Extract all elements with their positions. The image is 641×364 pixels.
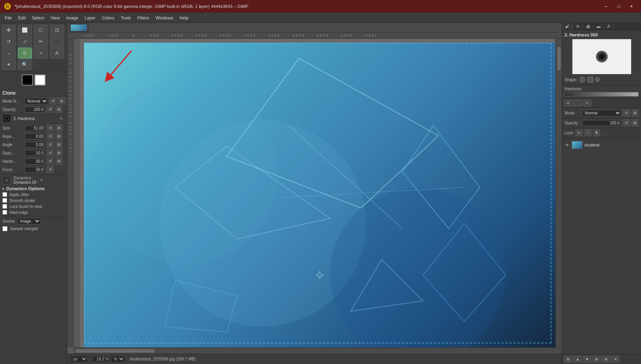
layer-lower-btn[interactable]: ▼: [583, 356, 591, 363]
canvas-container[interactable]: [80, 39, 555, 347]
layers-icon-1[interactable]: ≡: [564, 99, 572, 107]
foreground-color-swatch[interactable]: [22, 74, 33, 86]
minimize-button[interactable]: –: [601, 2, 612, 11]
shape-square-btn[interactable]: [588, 77, 593, 82]
apply-jitter-checkbox[interactable]: [2, 192, 7, 197]
smudge-icon[interactable]: ≈: [34, 48, 48, 59]
panel-tab-gradients[interactable]: ▬: [593, 23, 604, 30]
menu-item-help[interactable]: Help: [176, 15, 192, 21]
force-reset-btn[interactable]: ↺: [47, 166, 54, 173]
menu-item-layer[interactable]: Layer: [82, 15, 99, 21]
opacity-link-btn[interactable]: ⊞: [55, 106, 63, 113]
opacity-reset-btn[interactable]: ↺: [47, 106, 54, 113]
smooth-stroke-checkbox[interactable]: [2, 198, 7, 203]
lock-brush-checkbox[interactable]: [2, 204, 7, 209]
size-input[interactable]: [25, 125, 45, 131]
canvas-thumbnail-tab[interactable]: [69, 23, 89, 32]
layers-mode-select[interactable]: Normal Multiply Screen: [582, 110, 621, 116]
lock-pixel-btn[interactable]: ✏: [576, 129, 583, 136]
rectangle-select-icon[interactable]: ⬜: [18, 25, 32, 36]
sample-merged-checkbox[interactable]: [2, 226, 8, 231]
scrollbar-horizontal[interactable]: [74, 347, 562, 354]
layers-icon-2[interactable]: ⬛: [573, 99, 582, 107]
layer-visible-icon[interactable]: 👁: [565, 142, 570, 148]
spacing-link-btn[interactable]: ⊞: [55, 149, 63, 156]
spacing-input[interactable]: [25, 150, 45, 156]
aspect-link-btn[interactable]: ⊞: [55, 133, 63, 140]
menu-item-filters[interactable]: Filters: [134, 15, 153, 21]
dynamics-options-arrow[interactable]: ▶: [2, 187, 5, 191]
layers-opacity-input[interactable]: [582, 120, 621, 126]
hard-edge-checkbox[interactable]: [2, 210, 7, 215]
mode-icon-2[interactable]: ⊕: [58, 97, 65, 105]
scrollbar-thumb-vertical[interactable]: [557, 47, 561, 71]
paintbrush-icon[interactable]: ✏: [34, 36, 48, 47]
hardness-slider[interactable]: [565, 92, 639, 97]
layers-opacity-reset-btn[interactable]: ↺: [623, 119, 630, 126]
zoom-input[interactable]: [92, 356, 110, 362]
panel-tab-tool[interactable]: ⚙: [573, 23, 583, 30]
opacity-input[interactable]: [25, 107, 45, 112]
unit-select[interactable]: px mm in: [71, 356, 88, 362]
source-select[interactable]: Image Pattern: [17, 218, 41, 225]
text-icon[interactable]: A: [50, 48, 64, 59]
menu-item-image[interactable]: Image: [63, 15, 82, 21]
layers-icon-3[interactable]: ×: [583, 99, 591, 107]
sample-merged-label[interactable]: Sample merged: [10, 227, 38, 231]
spacing-reset-btn[interactable]: ↺: [47, 149, 54, 156]
aspect-reset-btn[interactable]: ↺: [47, 133, 54, 140]
rotate-icon[interactable]: ↺: [2, 36, 16, 47]
scrollbar-vertical[interactable]: [555, 39, 562, 347]
aspect-input[interactable]: [25, 133, 45, 139]
panel-tab-brush[interactable]: 🖌: [562, 23, 573, 30]
close-button[interactable]: ×: [626, 2, 637, 11]
shape-circle-btn[interactable]: [580, 77, 585, 82]
force-input[interactable]: [25, 167, 45, 173]
layer-merge-btn[interactable]: ⊗: [602, 356, 610, 363]
layer-dup-btn[interactable]: ⊕: [592, 356, 601, 363]
layer-del-btn[interactable]: ✕: [611, 356, 620, 363]
eraser-icon[interactable]: ⬛: [50, 36, 64, 47]
fill-icon[interactable]: ⬦: [2, 48, 16, 59]
apply-jitter-label[interactable]: Apply Jitter: [10, 192, 29, 197]
menu-item-select[interactable]: Select: [29, 15, 48, 21]
angle-input[interactable]: [25, 142, 45, 148]
menu-item-colors[interactable]: Colors: [99, 15, 118, 21]
lock-position-btn[interactable]: ✥: [593, 129, 600, 136]
shape-diamond-btn[interactable]: [595, 77, 600, 82]
lock-brush-label[interactable]: Lock brush to view: [10, 204, 42, 209]
layers-mode-link-btn[interactable]: ⊞: [631, 109, 639, 116]
smooth-stroke-label[interactable]: Smooth stroke: [10, 198, 35, 203]
angle-reset-btn[interactable]: ↺: [47, 141, 54, 148]
zoom-icon[interactable]: 🔍: [18, 59, 32, 70]
maximize-button[interactable]: □: [613, 2, 624, 11]
hard-edge-label[interactable]: Hard edge: [10, 210, 28, 215]
panel-tab-fonts[interactable]: A: [604, 23, 614, 30]
move-tool-icon[interactable]: ✥: [2, 25, 16, 36]
rectangle-crop-icon[interactable]: ⊡: [50, 25, 64, 36]
size-link-btn[interactable]: ⊞: [55, 124, 63, 131]
menu-item-tools[interactable]: Tools: [118, 15, 134, 21]
layers-mode-reset-btn[interactable]: ↺: [623, 109, 630, 116]
layer-item[interactable]: 👁 shutterst: [564, 140, 639, 151]
mode-icon-1[interactable]: ↺: [50, 97, 57, 105]
free-select-icon[interactable]: ⭔: [34, 25, 48, 36]
layer-raise-btn[interactable]: ▲: [573, 356, 582, 363]
brush-edit-button[interactable]: ✎: [58, 115, 65, 122]
menu-item-windows[interactable]: Windows: [152, 15, 176, 21]
mode-select[interactable]: Normal: [25, 98, 48, 105]
menu-item-file[interactable]: File: [2, 15, 15, 21]
clone-icon[interactable]: ⎘: [18, 48, 32, 59]
size-reset-btn[interactable]: ↺: [47, 124, 54, 131]
hardness-input[interactable]: [25, 158, 45, 164]
scale-icon[interactable]: ⤢: [18, 36, 32, 47]
menu-item-edit[interactable]: Edit: [15, 15, 29, 21]
hardness-reset-btn[interactable]: ↺: [47, 158, 54, 165]
lock-alpha-btn[interactable]: □: [584, 129, 591, 136]
angle-link-btn[interactable]: ⊞: [55, 141, 63, 148]
color-picker-icon[interactable]: ✦: [2, 59, 16, 70]
scrollbar-thumb-horizontal[interactable]: [75, 349, 155, 353]
layer-new-btn[interactable]: ⊞: [564, 356, 572, 363]
dynamics-edit-button[interactable]: ✎: [38, 177, 45, 183]
background-color-swatch[interactable]: [34, 74, 46, 86]
